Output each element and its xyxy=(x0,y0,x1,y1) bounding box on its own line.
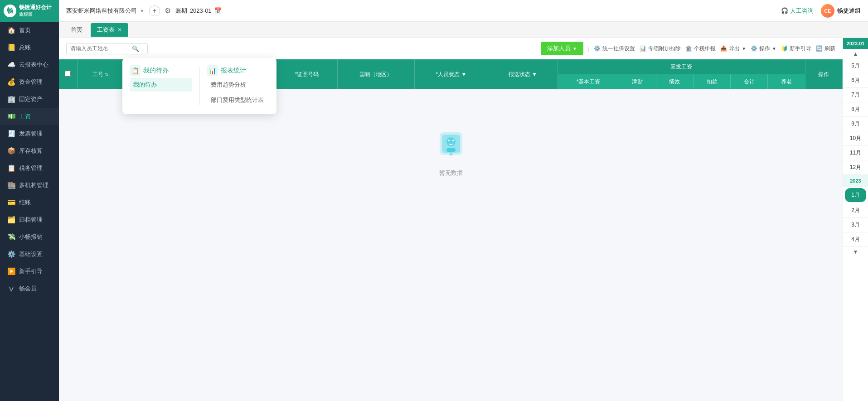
tab-home[interactable]: 首页 xyxy=(64,23,89,37)
archive-icon: 🗂️ xyxy=(7,216,15,224)
sidebar-item-label: 新手引导 xyxy=(19,267,43,275)
sidebar-item-label: 工资 xyxy=(19,112,31,121)
sidebar-item-member[interactable]: V 畅会员 xyxy=(0,280,59,297)
period-value: 2023-01 xyxy=(190,7,212,14)
filter-icon-status[interactable]: ▼ xyxy=(461,71,467,77)
service-button[interactable]: 🎧 人工咨询 xyxy=(781,7,814,15)
xiaochang-popup: 📋 我的待办 我的待办 📊 报表统计 费用趋势分析 xyxy=(122,58,276,114)
filter-icon-report[interactable]: ▼ xyxy=(532,71,537,77)
sidebar-item-finance[interactable]: 💰 资金管理 xyxy=(0,73,59,91)
member-icon: V xyxy=(7,285,15,293)
guide-icon: ▶️ xyxy=(7,267,15,275)
sidebar-item-ledger[interactable]: 📒 总账 xyxy=(0,39,59,56)
search-icon[interactable]: 🔍 xyxy=(132,45,139,52)
user-name: 畅捷通组 xyxy=(837,7,861,15)
sidebar-item-label: 固定资产 xyxy=(19,95,43,103)
sidebar-item-invoice[interactable]: 🧾 发票管理 xyxy=(0,125,59,142)
sidebar-item-label: 资金管理 xyxy=(19,78,43,86)
month-item-12[interactable]: 12月 xyxy=(843,160,868,175)
guide-button[interactable]: 🔰 新手引导 xyxy=(781,45,811,53)
sidebar-item-assets[interactable]: 🏢 固定资产 xyxy=(0,91,59,108)
sidebar-item-label: 畅会员 xyxy=(19,285,37,293)
th-performance: 绩效 xyxy=(656,74,693,89)
sidebar-item-inventory[interactable]: 📦 库存核算 xyxy=(0,142,59,159)
th-total: 合计 xyxy=(731,74,768,89)
month-item-1-active[interactable]: 1月 xyxy=(845,188,866,203)
export-button[interactable]: 📤 导出 ▼ xyxy=(720,45,746,53)
sidebar: 畅 畅捷通好会计 旗舰版 🏠 首页 📒 总账 ☁️ 云报表中心 💰 资金管理 🏢… xyxy=(0,0,59,401)
popup-item-todo[interactable]: 我的待办 xyxy=(130,78,192,92)
search-input[interactable] xyxy=(70,45,129,52)
month-item-2[interactable]: 2月 xyxy=(843,203,868,218)
social-security-icon: ⚙️ xyxy=(594,45,601,52)
month-item-7[interactable]: 7月 xyxy=(843,88,868,102)
th-base-salary: *基本工资 xyxy=(558,74,619,89)
refresh-button[interactable]: 🔄 刷新 xyxy=(816,45,835,53)
cloud-icon: ☁️ xyxy=(7,61,15,69)
salary-icon: 💵 xyxy=(7,112,15,121)
app-version: 旗舰版 xyxy=(19,11,52,18)
month-item-3[interactable]: 3月 xyxy=(843,218,868,232)
sidebar-item-multi[interactable]: 🏬 多机构管理 xyxy=(0,177,59,194)
sidebar-item-settlement[interactable]: 💳 结账 xyxy=(0,194,59,211)
user-menu[interactable]: CE 畅捷通组 xyxy=(821,4,861,18)
add-company-button[interactable]: + xyxy=(149,5,160,16)
svg-point-5 xyxy=(452,140,454,141)
avatar: CE xyxy=(821,4,834,18)
tab-salary-table[interactable]: 工资表 ✕ xyxy=(91,23,128,37)
popup-item-dept-expense[interactable]: 部门费用类型统计表 xyxy=(207,93,270,107)
popup-section2-title: 📊 报表统计 xyxy=(207,65,270,76)
month-nav-down[interactable]: ▼ xyxy=(843,247,868,257)
sidebar-item-label: 小畅报销 xyxy=(19,233,43,241)
month-item-9[interactable]: 9月 xyxy=(843,117,868,131)
sidebar-item-archive[interactable]: 🗂️ 归档管理 xyxy=(0,211,59,228)
search-box: 🔍 xyxy=(66,43,148,54)
sidebar-item-tax[interactable]: 📋 税务管理 xyxy=(0,159,59,177)
month-item-11[interactable]: 11月 xyxy=(843,146,868,160)
popup-item-expense-trend[interactable]: 费用趋势分析 xyxy=(207,78,270,92)
tab-close-icon[interactable]: ✕ xyxy=(117,27,122,33)
th-report-status: 报送状态 ▼ xyxy=(488,59,558,89)
inventory-icon: 📦 xyxy=(7,147,15,155)
month-nav-up[interactable]: ▲ xyxy=(843,49,868,59)
month-item-10[interactable]: 10月 xyxy=(843,131,868,146)
sidebar-item-xiaochang[interactable]: 💸 小畅报销 xyxy=(0,228,59,246)
finance-icon: 💰 xyxy=(7,78,15,86)
social-security-button[interactable]: ⚙️ 统一社保设置 xyxy=(594,45,635,53)
month-item-4[interactable]: 4月 xyxy=(843,232,868,247)
operation-button[interactable]: ⚙️ 操作 ▼ xyxy=(751,45,776,53)
refresh-label: 刷新 xyxy=(824,45,835,53)
main-area: 西安虾米网络科技有限公司 ▼ + ⚙ 账期 2023-01 📅 🎧 人工咨询 C… xyxy=(59,0,868,401)
special-deduct-icon: 📊 xyxy=(640,45,646,52)
settings-icon[interactable]: ⚙ xyxy=(165,6,171,15)
period-selector[interactable]: 账期 2023-01 📅 xyxy=(175,7,222,15)
sidebar-item-home[interactable]: 🏠 首页 xyxy=(0,22,59,39)
settlement-icon: 💳 xyxy=(7,198,15,207)
sidebar-item-salary[interactable]: 💵 工资 xyxy=(0,108,59,125)
select-all-checkbox[interactable] xyxy=(65,71,71,77)
company-name: 西安虾米网络科技有限公司 xyxy=(66,7,137,15)
tax-report-button[interactable]: 🏛️ 个税申报 xyxy=(685,45,716,53)
sidebar-item-label: 结账 xyxy=(19,198,31,207)
special-deduct-button[interactable]: 📊 专项附加扣除 xyxy=(640,45,681,53)
month-panel: 2023.01 ▲ 5月 6月 7月 8月 9月 10月 11月 12月 202… xyxy=(843,38,868,401)
add-person-button[interactable]: 添加人员 ▼ xyxy=(541,42,583,55)
svg-rect-3 xyxy=(446,148,456,152)
sidebar-item-guide[interactable]: ▶️ 新手引导 xyxy=(0,263,59,280)
sidebar-item-cloud[interactable]: ☁️ 云报表中心 xyxy=(0,56,59,73)
th-emp-no: 工号 ⇅ xyxy=(77,59,124,89)
month-item-6[interactable]: 6月 xyxy=(843,73,868,88)
calendar-icon: 📅 xyxy=(214,7,222,14)
expense-trend-label: 费用趋势分析 xyxy=(211,81,246,88)
th-salary-group: 应发工资 xyxy=(558,59,805,74)
month-item-8[interactable]: 8月 xyxy=(843,102,868,117)
sidebar-item-basic[interactable]: ⚙️ 基础设置 xyxy=(0,246,59,263)
svg-point-2 xyxy=(446,137,456,146)
sort-icon: ⇅ xyxy=(105,72,108,77)
sidebar-item-label: 发票管理 xyxy=(19,130,43,138)
month-item-5[interactable]: 5月 xyxy=(843,59,868,73)
toolbar: 🔍 添加人员 ▼ | ⚙️ 统一社保设置 📊 专项附加扣除 🏛️ 个税 xyxy=(59,38,843,59)
operation-icon: ⚙️ xyxy=(751,45,757,52)
company-selector[interactable]: 西安虾米网络科技有限公司 ▼ xyxy=(66,7,145,15)
month-panel-header: 2023.01 xyxy=(843,38,868,49)
